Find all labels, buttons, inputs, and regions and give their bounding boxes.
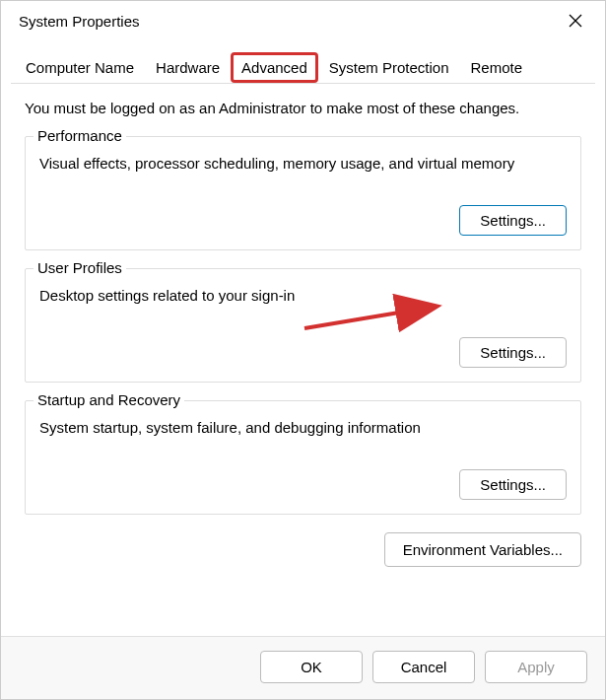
performance-btn-row: Settings... [39, 205, 567, 236]
env-variables-row: Environment Variables... [25, 532, 581, 567]
startup-recovery-title: Startup and Recovery [34, 391, 184, 408]
tabs-container: Computer Name Hardware Advanced System P… [1, 40, 605, 84]
tab-advanced[interactable]: Advanced [231, 52, 318, 83]
tab-system-protection[interactable]: System Protection [318, 52, 460, 83]
user-profiles-group: User Profiles Desktop settings related t… [25, 268, 581, 383]
tab-computer-name[interactable]: Computer Name [15, 52, 145, 83]
environment-variables-button[interactable]: Environment Variables... [384, 532, 581, 567]
performance-title: Performance [34, 127, 126, 144]
tabs: Computer Name Hardware Advanced System P… [11, 40, 595, 84]
user-profiles-desc: Desktop settings related to your sign-in [39, 287, 567, 304]
user-profiles-title: User Profiles [34, 259, 126, 276]
startup-recovery-group: Startup and Recovery System startup, sys… [25, 400, 581, 515]
performance-settings-button[interactable]: Settings... [459, 205, 567, 236]
dialog-title: System Properties [19, 13, 140, 30]
cancel-button[interactable]: Cancel [372, 651, 475, 683]
user-profiles-settings-button[interactable]: Settings... [459, 337, 567, 368]
close-button[interactable] [562, 7, 589, 35]
system-properties-dialog: System Properties Computer Name Hardware… [0, 0, 606, 700]
intro-text: You must be logged on as an Administrato… [25, 100, 581, 116]
tab-remote[interactable]: Remote [460, 52, 534, 83]
startup-recovery-btn-row: Settings... [39, 469, 567, 500]
content-area: You must be logged on as an Administrato… [1, 84, 605, 636]
performance-group: Performance Visual effects, processor sc… [25, 136, 581, 250]
performance-desc: Visual effects, processor scheduling, me… [39, 155, 567, 172]
titlebar: System Properties [1, 1, 605, 40]
ok-button[interactable]: OK [260, 651, 363, 683]
dialog-footer: OK Cancel Apply [1, 636, 605, 699]
startup-recovery-settings-button[interactable]: Settings... [459, 469, 567, 500]
apply-button[interactable]: Apply [485, 651, 587, 683]
user-profiles-btn-row: Settings... [39, 337, 567, 368]
close-icon [569, 14, 582, 28]
tab-hardware[interactable]: Hardware [145, 52, 231, 83]
startup-recovery-desc: System startup, system failure, and debu… [39, 419, 567, 436]
